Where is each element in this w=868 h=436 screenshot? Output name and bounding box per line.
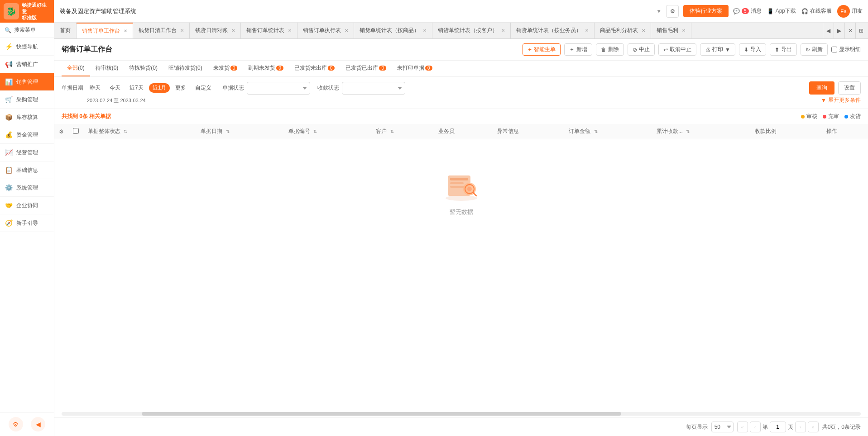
select-all-checkbox[interactable] bbox=[73, 128, 79, 134]
sidebar-item-operations[interactable]: 📈 经营管理 bbox=[0, 144, 54, 161]
sidebar-item-guide[interactable]: 🧭 新手引导 bbox=[0, 214, 54, 232]
ship-action-btn[interactable]: 发货 bbox=[844, 113, 861, 120]
experience-btn[interactable]: 体验行业方案 bbox=[683, 5, 729, 17]
status-select[interactable] bbox=[247, 82, 310, 95]
sort-customer-icon[interactable]: ⇅ bbox=[390, 129, 394, 134]
sidebar-item-inventory[interactable]: 📦 库存核算 bbox=[0, 109, 54, 126]
table-area: 共找到 0条 相关单据 审核 充审 发货 bbox=[54, 109, 868, 436]
tab-cash-reconcile[interactable]: 钱货日清对账 ✕ bbox=[190, 23, 241, 39]
system-dropdown-icon[interactable]: ▼ bbox=[656, 8, 662, 14]
review-action-btn[interactable]: 审核 bbox=[801, 113, 817, 120]
sort-amount-icon[interactable]: ⇅ bbox=[594, 129, 598, 134]
tab-close-cash-daily[interactable]: ✕ bbox=[180, 28, 184, 33]
smart-generate-btn[interactable]: ✦ 智能生单 bbox=[523, 43, 561, 56]
page-number-input[interactable] bbox=[770, 422, 786, 432]
sub-tab-overdue-ship[interactable]: 到期未发货0 bbox=[243, 61, 289, 76]
sidebar-item-purchase[interactable]: 🛒 采购管理 bbox=[0, 91, 54, 109]
sort-status-icon[interactable]: ⇅ bbox=[124, 129, 127, 134]
prev-page-btn[interactable]: ‹ bbox=[750, 422, 761, 432]
per-page-select[interactable]: 50 10 20 100 bbox=[711, 422, 734, 432]
sub-tab-pending-check[interactable]: 待拣验货(0) bbox=[124, 61, 163, 76]
date-yesterday-btn[interactable]: 昨天 bbox=[86, 83, 104, 93]
sidebar-item-finance[interactable]: 💰 资金管理 bbox=[0, 126, 54, 144]
page-label: 第 bbox=[762, 423, 768, 431]
settings-icon[interactable]: ⚙ bbox=[666, 5, 679, 18]
show-detail-input[interactable] bbox=[831, 47, 837, 52]
delete-btn[interactable]: 🗑 删除 bbox=[596, 43, 624, 56]
sidebar-item-enterprise[interactable]: 🤝 企业协同 bbox=[0, 197, 54, 214]
column-settings-icon[interactable]: ⚙ bbox=[59, 128, 64, 135]
sort-number-icon[interactable]: ⇅ bbox=[313, 129, 317, 134]
import-btn[interactable]: ⬇ 导入 bbox=[739, 43, 766, 56]
cancel-suspend-btn[interactable]: ↩ 取消中止 bbox=[658, 43, 696, 56]
tabs-expand-btn[interactable]: ⊞ bbox=[855, 23, 866, 39]
date-today-btn[interactable]: 今天 bbox=[106, 83, 124, 93]
sub-tab-shipped-not-out[interactable]: 已发货未出库0 bbox=[289, 61, 340, 76]
tab-close-sales-product[interactable]: ✕ bbox=[423, 28, 427, 33]
message-btn[interactable]: 💬 5 5 消息 bbox=[733, 7, 762, 15]
tab-sales-product[interactable]: 销货单统计表（按商品） ✕ bbox=[354, 23, 432, 39]
sort-date-icon[interactable]: ⇅ bbox=[226, 129, 230, 134]
date-more-btn[interactable]: 更多 bbox=[172, 83, 190, 93]
export-btn[interactable]: ⬆ 导出 bbox=[770, 43, 797, 56]
user-info[interactable]: Ea 用友 bbox=[837, 5, 863, 18]
sidebar-item-basic[interactable]: 📋 基础信息 bbox=[0, 161, 54, 179]
sidebar-item-sales[interactable]: 📊 销售管理 bbox=[0, 73, 54, 91]
tab-margin[interactable]: 商品毛利分析表 ✕ bbox=[595, 23, 651, 39]
payment-select[interactable] bbox=[342, 82, 405, 95]
add-btn[interactable]: ＋ 新增 bbox=[564, 43, 592, 56]
date-custom-btn[interactable]: 自定义 bbox=[192, 83, 215, 93]
date-1month-btn[interactable]: 近1月 bbox=[149, 83, 170, 93]
tab-sales-more[interactable]: 销售毛利 ✕ bbox=[651, 23, 691, 39]
suspend-btn[interactable]: ⊘ 中止 bbox=[628, 43, 655, 56]
revoke-action-btn[interactable]: 充审 bbox=[823, 113, 839, 120]
print-btn[interactable]: 🖨 打印 ▼ bbox=[700, 43, 735, 56]
next-page-btn[interactable]: › bbox=[795, 422, 806, 432]
app-download-btn[interactable]: 📱 App下载 bbox=[767, 7, 796, 15]
chevron-down-icon: ▼ bbox=[821, 97, 826, 104]
settings-bottom-btn[interactable]: ⚙ bbox=[9, 417, 23, 431]
tab-sales-execute[interactable]: 销售订单执行表 ✕ bbox=[297, 23, 354, 39]
sidebar-item-marketing[interactable]: 📢 营销推广 bbox=[0, 56, 54, 73]
first-page-btn[interactable]: « bbox=[737, 422, 748, 432]
sidebar-item-system[interactable]: ⚙️ 系统管理 bbox=[0, 179, 54, 197]
collapse-btn[interactable]: ◀ bbox=[31, 417, 45, 431]
sidebar-item-quicknav[interactable]: ⚡ 快捷导航 bbox=[0, 38, 54, 56]
tab-close-sales-stats[interactable]: ✕ bbox=[288, 28, 292, 33]
sub-tab-all[interactable]: 全部(0) bbox=[62, 61, 90, 76]
tab-home[interactable]: 首页 bbox=[54, 23, 77, 39]
tab-close-sales-staff[interactable]: ✕ bbox=[585, 28, 589, 33]
online-service-btn[interactable]: 🎧 在线客服 bbox=[801, 7, 832, 15]
show-detail-checkbox[interactable]: 显示明细 bbox=[831, 46, 861, 53]
sub-tab-not-printed[interactable]: 未打印单据0 bbox=[392, 61, 438, 76]
set-btn[interactable]: 设置 bbox=[838, 81, 861, 95]
refresh-btn[interactable]: ↻ 刷新 bbox=[801, 43, 828, 56]
tab-sales-customer[interactable]: 销货单统计表（按客户） ✕ bbox=[432, 23, 511, 39]
sub-tab-not-shipped[interactable]: 未发货0 bbox=[208, 61, 243, 76]
date-7days-btn[interactable]: 近7天 bbox=[126, 83, 147, 93]
sub-tab-pending-review[interactable]: 待审核(0) bbox=[90, 61, 124, 76]
tabs-prev-btn[interactable]: ◀ bbox=[823, 23, 834, 39]
sub-tab-shipped-out[interactable]: 已发货已出库0 bbox=[340, 61, 392, 76]
tabs-next-btn[interactable]: ▶ bbox=[834, 23, 844, 39]
search-btn[interactable]: 查询 bbox=[809, 81, 834, 95]
horizontal-scrollbar[interactable] bbox=[62, 412, 861, 416]
tab-sales-stats[interactable]: 销售订单统计表 ✕ bbox=[241, 23, 297, 39]
table-scroll[interactable]: ⚙ 单据整体状态 ⇅ 单据日期 ⇅ bbox=[54, 124, 868, 410]
tab-close-margin[interactable]: ✕ bbox=[642, 28, 645, 33]
tab-sales-workbench[interactable]: 销售订单工作台 ✕ bbox=[77, 23, 133, 39]
tab-close-sales-workbench[interactable]: ✕ bbox=[124, 28, 127, 33]
tab-sales-staff[interactable]: 销货单统计表（按业务员） ✕ bbox=[511, 23, 595, 39]
sub-tabs: 全部(0) 待审核(0) 待拣验货(0) 旺铺待发货(0) 未发货0 到期未发货… bbox=[54, 61, 868, 77]
sidebar-item-search[interactable]: 🔍 搜索菜单 bbox=[0, 23, 54, 38]
tab-close-sales-customer[interactable]: ✕ bbox=[501, 28, 505, 33]
expand-filter-btn[interactable]: ▼ 展开更多条件 bbox=[821, 96, 861, 104]
tabs-close-btn[interactable]: ✕ bbox=[844, 23, 855, 39]
tab-close-cash-reconcile[interactable]: ✕ bbox=[231, 28, 235, 33]
sort-collected-icon[interactable]: ⇅ bbox=[686, 129, 690, 134]
tab-close-sales-more[interactable]: ✕ bbox=[682, 28, 686, 33]
tab-close-sales-execute[interactable]: ✕ bbox=[345, 28, 348, 33]
sub-tab-wangpu[interactable]: 旺铺待发货(0) bbox=[163, 61, 208, 76]
last-page-btn[interactable]: » bbox=[808, 422, 819, 432]
tab-cash-daily[interactable]: 钱货日清工作台 ✕ bbox=[133, 23, 190, 39]
